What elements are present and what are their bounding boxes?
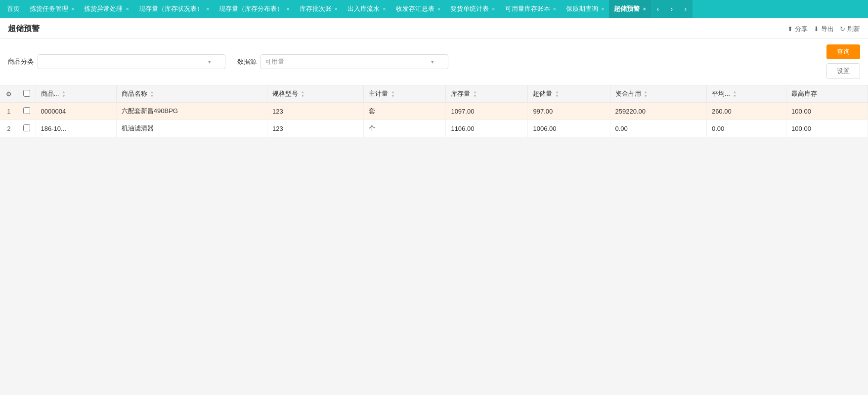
product-category-label: 商品分类 [8, 57, 34, 66]
sort-icon: ▲▼ [62, 90, 66, 98]
cell-avg: 260.00 [706, 103, 786, 120]
overstock-table: ⚙ 商品... ▲▼ 商品名称 ▲▼ 规格型号 ▲▼ 主计 [0, 85, 868, 137]
sort-icon: ▲▼ [473, 90, 477, 98]
cell-product-name: 六配套新昌490BPG [116, 103, 267, 120]
sort-icon: ▲▼ [733, 90, 737, 98]
col-stock[interactable]: 库存量 ▲▼ [446, 85, 528, 103]
nav-usable-account[interactable]: 可用量库存账本 × [500, 0, 561, 18]
query-button[interactable]: 查询 [826, 44, 860, 59]
col-capital[interactable]: 资金占用 ▲▼ [610, 85, 706, 103]
checkbox-header[interactable] [18, 85, 36, 103]
share-button[interactable]: ⬆ 分享 [787, 25, 808, 34]
cell-max-stock: 100.00 [786, 103, 868, 120]
filter-buttons: 查询 设置 [826, 44, 860, 79]
cell-unit: 个 [364, 120, 446, 137]
col-max-stock[interactable]: 最高库存 [786, 85, 868, 103]
nav-stock-status[interactable]: 现存量（库存状况表） × [134, 0, 214, 18]
nav-pick-task[interactable]: 拣货任务管理 × [25, 0, 79, 18]
page-title: 超储预警 [8, 24, 40, 34]
page-header: 超储预警 ⬆ 分享 ⬇ 导出 ↻ 刷新 [0, 18, 868, 39]
data-table-container: ⚙ 商品... ▲▼ 商品名称 ▲▼ 规格型号 ▲▼ 主计 [0, 85, 868, 137]
nav-more-arrow[interactable]: › [679, 0, 693, 18]
cell-capital: 259220.00 [610, 103, 706, 120]
data-source-label: 数据源 [237, 57, 257, 66]
share-icon: ⬆ [787, 25, 793, 33]
nav-stock-dist[interactable]: 现存量（库存分布表） × [214, 0, 294, 18]
row-checkbox-cell[interactable] [18, 103, 36, 120]
data-source-value: 可用量 [265, 57, 284, 66]
cell-spec: 123 [267, 120, 363, 137]
cell-max-stock: 100.00 [786, 120, 868, 137]
close-icon[interactable]: × [335, 6, 338, 12]
close-icon[interactable]: × [126, 6, 129, 12]
close-icon[interactable]: × [286, 6, 289, 12]
close-icon[interactable]: × [643, 6, 646, 12]
col-product-code[interactable]: 商品... ▲▼ [36, 85, 116, 103]
product-category-filter: 商品分类 ▾ [8, 54, 225, 69]
cell-stock: 1097.00 [446, 103, 528, 120]
export-icon: ⬇ [814, 25, 819, 33]
row-checkbox[interactable] [23, 107, 30, 114]
header-actions: ⬆ 分享 ⬇ 导出 ↻ 刷新 [787, 25, 860, 34]
cell-stock: 1106.00 [446, 120, 528, 137]
close-icon[interactable]: × [383, 6, 386, 12]
nav-prev-arrow[interactable]: ‹ [651, 0, 665, 18]
export-button[interactable]: ⬇ 导出 [814, 25, 834, 34]
cell-over-stock: 1006.00 [528, 120, 610, 137]
close-icon[interactable]: × [71, 6, 74, 12]
data-source-filter: 数据源 可用量 ▾ [237, 54, 448, 69]
close-icon[interactable]: × [601, 6, 604, 12]
sort-icon: ▲▼ [150, 90, 154, 98]
gear-icon[interactable]: ⚙ [6, 90, 12, 98]
row-number: 2 [0, 120, 18, 137]
nav-pick-exception[interactable]: 拣货异常处理 × [79, 0, 133, 18]
table-header-row: ⚙ 商品... ▲▼ 商品名称 ▲▼ 规格型号 ▲▼ 主计 [0, 85, 868, 103]
row-checkbox[interactable] [23, 124, 30, 131]
nav-quality-period[interactable]: 保质期查询 × [561, 0, 609, 18]
data-source-select[interactable]: 可用量 ▾ [260, 54, 448, 69]
cell-unit: 套 [364, 103, 446, 120]
cell-spec: 123 [267, 103, 363, 120]
chevron-down-icon: ▾ [431, 59, 434, 65]
col-spec[interactable]: 规格型号 ▲▼ [267, 85, 363, 103]
col-over-stock[interactable]: 超储量 ▲▼ [528, 85, 610, 103]
chevron-down-icon: ▾ [208, 59, 211, 65]
product-category-select[interactable]: ▾ [38, 54, 225, 69]
col-unit[interactable]: 主计量 ▲▼ [364, 85, 446, 103]
close-icon[interactable]: × [437, 6, 440, 12]
nav-inout-flow[interactable]: 出入库流水 × [343, 0, 391, 18]
sort-icon: ▲▼ [644, 90, 648, 98]
col-avg[interactable]: 平均... ▲▼ [706, 85, 786, 103]
table-row: 2 186-10... 机油滤清器 123 个 1106.00 1006.00 … [0, 120, 868, 137]
nav-order-stat[interactable]: 要货单统计表 × [445, 0, 500, 18]
nav-batch-account[interactable]: 库存批次账 × [295, 0, 343, 18]
nav-home[interactable]: 首页 [2, 0, 25, 18]
cell-product-code: 186-10... [36, 120, 116, 137]
nav-overstock-alert[interactable]: 超储预警 × [609, 0, 651, 18]
gear-header: ⚙ [0, 85, 18, 103]
close-icon[interactable]: × [206, 6, 209, 12]
select-all-checkbox[interactable] [23, 90, 30, 97]
nav-next-arrow[interactable]: › [665, 0, 679, 18]
sort-icon: ▲▼ [555, 90, 559, 98]
cell-over-stock: 997.00 [528, 103, 610, 120]
table-row: 1 0000004 六配套新昌490BPG 123 套 1097.00 997.… [0, 103, 868, 120]
settings-button[interactable]: 设置 [826, 63, 860, 79]
cell-product-code: 0000004 [36, 103, 116, 120]
filter-area: 商品分类 ▾ 数据源 可用量 ▾ 查询 设置 [0, 39, 868, 85]
cell-capital: 0.00 [610, 120, 706, 137]
row-number: 1 [0, 103, 18, 120]
sort-icon: ▲▼ [391, 90, 395, 98]
col-product-name[interactable]: 商品名称 ▲▼ [116, 85, 267, 103]
nav-recv-send[interactable]: 收发存汇总表 × [391, 0, 445, 18]
cell-avg: 0.00 [706, 120, 786, 137]
close-icon[interactable]: × [553, 6, 556, 12]
cell-product-name: 机油滤清器 [116, 120, 267, 137]
refresh-icon: ↻ [840, 25, 845, 33]
row-checkbox-cell[interactable] [18, 120, 36, 137]
refresh-button[interactable]: ↻ 刷新 [840, 25, 860, 34]
sort-icon: ▲▼ [301, 90, 305, 98]
top-navigation: 首页 拣货任务管理 × 拣货异常处理 × 现存量（库存状况表） × 现存量（库存… [0, 0, 868, 18]
close-icon[interactable]: × [492, 6, 495, 12]
